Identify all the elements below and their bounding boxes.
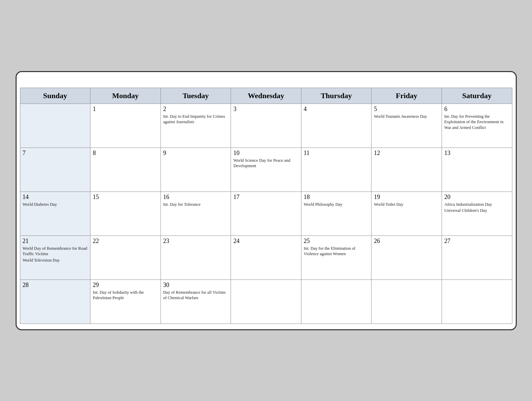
calendar-cell (20, 104, 90, 148)
week-row-2: 78910World Science Day for Peace and Dev… (20, 148, 512, 192)
calendar-cell: 15 (90, 192, 161, 236)
event-text: World Philosophy Day (304, 202, 369, 207)
calendar-cell: 9 (161, 148, 231, 192)
calendar-cell: 26 (371, 236, 442, 280)
calendar-cell: 4 (301, 104, 371, 148)
calendar-cell: 16Int. Day for Tolerance (161, 192, 231, 236)
day-number: 21 (23, 238, 88, 245)
day-number: 13 (444, 150, 510, 157)
day-header-thursday: Thursday (301, 88, 371, 104)
day-number: 20 (444, 194, 510, 201)
calendar-cell: 25Int. Day for the Elimination of Violen… (301, 236, 371, 280)
event-text: Int. Day for Tolerance (163, 202, 229, 207)
day-number: 27 (444, 238, 510, 245)
calendar-cell: 11 (301, 148, 371, 192)
day-header-sunday: Sunday (20, 88, 90, 104)
calendar-cell: 21World Day of Remembrance for Road Traf… (20, 236, 90, 280)
day-number: 29 (93, 282, 158, 289)
calendar-table: SundayMondayTuesdayWednesdayThursdayFrid… (20, 88, 512, 324)
day-number: 10 (233, 150, 299, 157)
calendar-cell: 6Int. Day for Preventing the Exploitatio… (442, 104, 512, 148)
day-header-tuesday: Tuesday (161, 88, 231, 104)
header-row: SundayMondayTuesdayWednesdayThursdayFrid… (20, 88, 512, 104)
event-text: World Television Day (23, 258, 88, 263)
calendar-cell: 1 (90, 104, 161, 148)
calendar-cell: 24 (231, 236, 301, 280)
day-number: 7 (23, 150, 88, 157)
day-number: 11 (304, 150, 369, 157)
event-text: Int. Day to End Impunity for Crimes agai… (163, 114, 229, 125)
day-number: 2 (163, 106, 229, 113)
day-number: 18 (304, 194, 369, 201)
calendar-cell: 18World Philosophy Day (301, 192, 371, 236)
calendar-cell: 23 (161, 236, 231, 280)
week-row-4: 21World Day of Remembrance for Road Traf… (20, 236, 512, 280)
calendar-cell: 22 (90, 236, 161, 280)
calendar-wrapper: SundayMondayTuesdayWednesdayThursdayFrid… (16, 71, 517, 330)
calendar-cell: 29Int. Day of Solidarity with the Palest… (90, 280, 161, 324)
event-text: Day of Remembrance for all Victims of Ch… (163, 290, 229, 301)
day-number: 3 (233, 106, 299, 113)
calendar-cell (442, 280, 512, 324)
week-row-3: 14World Diabetes Day1516Int. Day for Tol… (20, 192, 512, 236)
day-number: 23 (163, 238, 229, 245)
week-row-5: 2829Int. Day of Solidarity with the Pale… (20, 280, 512, 324)
event-text: Int. Day for the Elimination of Violence… (304, 246, 369, 257)
calendar-cell: 27 (442, 236, 512, 280)
day-header-wednesday: Wednesday (231, 88, 301, 104)
event-text: World Science Day for Peace and Developm… (233, 158, 299, 169)
event-text: Africa Industrialization Day (444, 202, 510, 207)
event-text: World Day of Remembrance for Road Traffi… (23, 246, 88, 257)
calendar-cell: 10World Science Day for Peace and Develo… (231, 148, 301, 192)
calendar-cell: 12 (371, 148, 442, 192)
event-text: Int. Day of Solidarity with the Palestin… (93, 290, 158, 301)
week-row-1: 12Int. Day to End Impunity for Crimes ag… (20, 104, 512, 148)
day-number: 14 (23, 194, 88, 201)
day-number: 22 (93, 238, 158, 245)
event-text: Int. Day for Preventing the Exploitation… (444, 114, 510, 131)
calendar-cell: 8 (90, 148, 161, 192)
day-number: 30 (163, 282, 229, 289)
day-header-monday: Monday (90, 88, 161, 104)
calendar-cell: 3 (231, 104, 301, 148)
calendar-cell: 30Day of Remembrance for all Victims of … (161, 280, 231, 324)
day-number: 4 (304, 106, 369, 113)
day-number: 24 (233, 238, 299, 245)
event-text: World Tsunami Awareness Day (374, 114, 439, 119)
calendar-title (20, 75, 512, 88)
calendar-body: 12Int. Day to End Impunity for Crimes ag… (20, 104, 512, 324)
day-number: 5 (374, 106, 439, 113)
calendar-cell: 7 (20, 148, 90, 192)
calendar-cell (301, 280, 371, 324)
day-number: 8 (93, 150, 158, 157)
calendar-cell: 13 (442, 148, 512, 192)
day-number: 9 (163, 150, 229, 157)
day-number: 12 (374, 150, 439, 157)
day-number: 15 (93, 194, 158, 201)
calendar-cell: 2Int. Day to End Impunity for Crimes aga… (161, 104, 231, 148)
calendar-cell: 5World Tsunami Awareness Day (371, 104, 442, 148)
event-text: World Diabetes Day (23, 202, 88, 207)
day-number: 19 (374, 194, 439, 201)
day-header-friday: Friday (371, 88, 442, 104)
calendar-cell: 14World Diabetes Day (20, 192, 90, 236)
day-number: 26 (374, 238, 439, 245)
day-number: 28 (23, 282, 88, 289)
calendar-cell: 17 (231, 192, 301, 236)
calendar-cell: 19World Toilet Day (371, 192, 442, 236)
day-number: 6 (444, 106, 510, 113)
day-number: 1 (93, 106, 158, 113)
day-number: 25 (304, 238, 369, 245)
event-text: World Toilet Day (374, 202, 439, 207)
watermark (20, 324, 512, 326)
event-text: Universal Children's Day (444, 208, 510, 214)
calendar-cell (371, 280, 442, 324)
day-header-saturday: Saturday (442, 88, 512, 104)
day-number: 16 (163, 194, 229, 201)
calendar-cell (231, 280, 301, 324)
calendar-cell: 20Africa Industrialization DayUniversal … (442, 192, 512, 236)
calendar-cell: 28 (20, 280, 90, 324)
day-number: 17 (233, 194, 299, 201)
